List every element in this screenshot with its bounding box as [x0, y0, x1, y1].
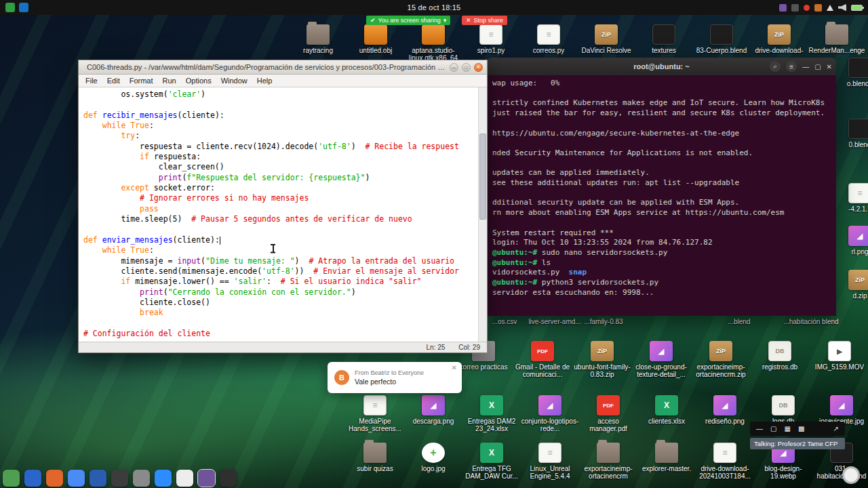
desktop-icon[interactable]: 0.blend	[831, 119, 868, 148]
desktop-icon[interactable]: DBregistros.db	[751, 341, 809, 371]
desktop-icon[interactable]: ◢rl.png	[831, 226, 868, 256]
maximize-icon[interactable]: ▢	[814, 63, 821, 70]
close-button[interactable]: ✕	[474, 63, 483, 72]
desktop-icon[interactable]: ◢descarga.png	[404, 395, 462, 425]
dock-icon-chrome[interactable]	[68, 470, 85, 487]
desktop-icon[interactable]: ◢conjunto-logotipos-rede...	[521, 395, 579, 432]
desktop-icon[interactable]: Xclientes.xlsx	[637, 395, 696, 425]
stop-share-button[interactable]: ✕ Stop share	[462, 16, 507, 25]
desktop-icon-label: ...blend	[728, 318, 751, 325]
dock-icon-settings[interactable]	[176, 470, 193, 487]
menu-edit[interactable]: Edit	[102, 75, 125, 86]
meeting-control-icon-2[interactable]: ▢	[770, 425, 776, 432]
desktop-icon[interactable]: ▶IMG_5159.MOV	[810, 341, 868, 371]
desktop-icon[interactable]: ◢rediseño.png	[696, 395, 754, 425]
desktop-icon[interactable]: ≡Linux_Unreal Engine_5.4.4	[521, 443, 579, 480]
network-icon[interactable]	[827, 5, 833, 11]
desktop-icon[interactable]: ≡-4.2.1...	[831, 183, 868, 213]
desktop-icon-label: subir quizas	[357, 465, 393, 472]
desktop-icon[interactable]: ZiPubuntu-font-family-0.83.zip	[573, 341, 631, 378]
close-icon[interactable]: ✕	[452, 364, 457, 371]
desktop-icon[interactable]: ≡spiro1.py	[462, 24, 520, 54]
dock-icon-screenshot-tool[interactable]	[198, 470, 215, 487]
minimize-icon[interactable]: —	[802, 63, 809, 70]
desktop-icon[interactable]: +logo.jpg	[404, 443, 462, 472]
dock-icon-terminal[interactable]	[220, 470, 237, 487]
desktop-icon[interactable]: ◢close-up-ground-texture-detail_...	[632, 341, 690, 378]
desktop-icon[interactable]: textures	[635, 24, 693, 54]
scrollbar[interactable]	[478, 87, 487, 342]
desktop-icon[interactable]: ...blend	[710, 316, 768, 325]
dark-file-icon	[710, 24, 733, 45]
desktop-icon[interactable]: ≡drive-download-20241003T184...	[696, 443, 754, 480]
screen-sharing-banner[interactable]: ✔ You are screen sharing ▾	[366, 16, 450, 25]
chat-notification[interactable]: B From Beatriz to Everyone Vale perfecto…	[328, 362, 462, 393]
desktop-icon[interactable]: PDFGmail - Detalle de comunicaci...	[513, 341, 572, 378]
menu-file[interactable]: File	[81, 75, 102, 86]
meeting-control-icon-3[interactable]: ▦	[784, 425, 790, 432]
desktop-icon[interactable]: subir quizas	[346, 443, 404, 472]
expand-icon[interactable]: ↗	[833, 425, 839, 432]
tray-terminal-icon[interactable]	[5, 3, 15, 12]
meeting-control-icon-4[interactable]: ▩	[798, 425, 804, 432]
menu-help[interactable]: Help	[252, 75, 277, 86]
meeting-controls[interactable]: —▢▦▩↗	[750, 422, 845, 436]
desktop-icon[interactable]: ZiPd.zip	[831, 270, 868, 300]
dock-icon-firefox[interactable]	[46, 470, 63, 487]
menu-options[interactable]: Options	[181, 75, 216, 86]
desktop-icon[interactable]: ≡MediaPipe Hands_screens...	[346, 395, 404, 432]
desktop-icon[interactable]: ...family-0.83	[574, 316, 633, 325]
desktop-icon[interactable]: PDFacceso manager.pdf	[579, 395, 637, 432]
desktop-icon[interactable]: o.blend1	[831, 58, 868, 87]
desktop-icon[interactable]: DBlogs.db	[754, 395, 812, 425]
menu-icon[interactable]: ≡	[786, 61, 797, 72]
desktop-icon[interactable]: 83-Cuerpo.blend	[692, 24, 751, 54]
desktop-icon[interactable]: ≡correos.py	[519, 24, 578, 54]
dock-icon-files[interactable]	[133, 470, 150, 487]
desktop-icon[interactable]: exportacineimp-ortacinencrm	[579, 443, 637, 480]
desktop-icon[interactable]: ...habitación blend	[782, 316, 840, 325]
talking-caption: Talking: Profesor2 Tame CFP	[750, 438, 845, 449]
menu-run[interactable]: Run	[158, 75, 181, 86]
tray-indicator-icon[interactable]	[779, 4, 787, 12]
dock-icon-audio[interactable]	[111, 470, 128, 487]
keyboard-icon[interactable]	[791, 4, 799, 12]
menu-format[interactable]: Format	[125, 75, 158, 86]
terminal-title-bar[interactable]: root@ubuntu: ~ ⌕ ≡ — ▢ ✕	[487, 58, 836, 75]
desktop-icon[interactable]: ZiPexportacineimp-ortacinencrm.zip	[692, 341, 750, 378]
dock-icon-mail[interactable]	[90, 470, 106, 487]
idle-title-bar[interactable]: C006-threads.py - /var/www/html/dam/Segu…	[79, 60, 487, 75]
desktop-icon[interactable]: RenderMan...enge	[808, 24, 866, 54]
desktop-icon[interactable]: XEntregas DAM2 23_24.xlsx	[462, 395, 521, 432]
tray-app-icon[interactable]	[19, 3, 28, 12]
minimize-button[interactable]: —	[450, 63, 458, 72]
meeting-control-icon-1[interactable]: —	[756, 425, 763, 432]
close-icon[interactable]: ✕	[827, 63, 832, 70]
window-title: C006-threads.py - /var/www/html/dam/Segu…	[83, 63, 446, 71]
screen-sharing-label: You are screen sharing	[378, 17, 441, 24]
dock-icon-zoom[interactable]	[155, 470, 172, 487]
desktop-icon[interactable]: ZiPdrive-download-	[750, 24, 808, 54]
dock-icon-messaging[interactable]	[3, 470, 20, 487]
desktop-icon[interactable]: raytracing	[289, 24, 347, 54]
desktop-icon[interactable]: explorer-master.	[637, 443, 696, 472]
desktop-icon[interactable]: aptana.studio-linux.gtk.x86_64	[404, 24, 462, 62]
floating-desktop-button[interactable]	[842, 466, 860, 484]
volume-icon[interactable]	[838, 4, 846, 12]
zip-file-icon: ZiP	[848, 270, 868, 290]
clock[interactable]: 15 de oct 18:15	[408, 3, 461, 12]
desktop-icon-label: exportacineimp-ortacinencrm	[579, 465, 637, 480]
menu-window[interactable]: Window	[216, 75, 252, 86]
battery-icon[interactable]	[851, 5, 863, 11]
desktop-icon[interactable]: ZiPDaVinci Resolve	[577, 24, 635, 54]
desktop-icon-label: spiro1.py	[477, 47, 505, 54]
search-icon[interactable]: ⌕	[770, 61, 781, 72]
code-area[interactable]: os.system('clear') def recibir_mensajes(…	[79, 87, 478, 342]
dock-icon-browser[interactable]	[24, 470, 41, 487]
scrollbar-thumb[interactable]	[479, 134, 486, 220]
terminal-output[interactable]: wap usage: 0% strictly confined Kubernet…	[487, 75, 836, 316]
desktop-icon[interactable]: untitled.obj	[347, 24, 405, 54]
desktop-icon[interactable]: XEntrega TFG DAM_DAW Cur...	[462, 443, 521, 480]
desktop-icon[interactable]: ◢josevicente.jpg	[812, 395, 868, 425]
maximize-button[interactable]: □	[462, 63, 471, 72]
